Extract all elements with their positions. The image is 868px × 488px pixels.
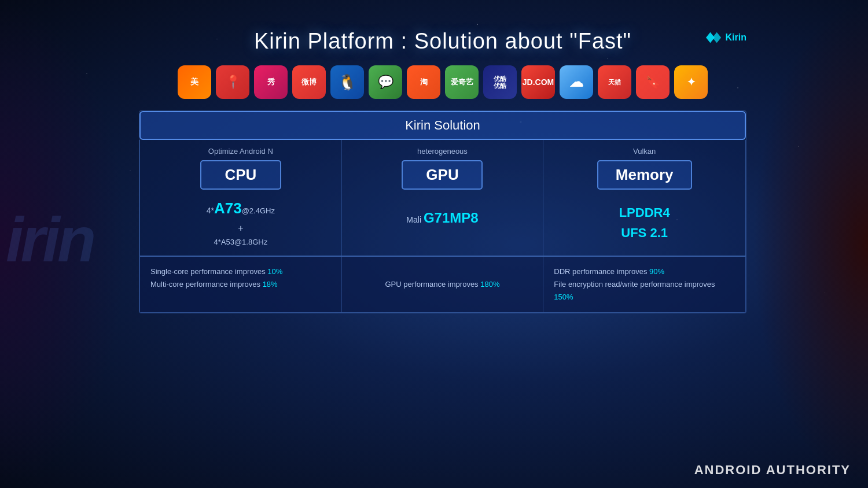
cpu-subtitle: Optimize Android N <box>208 147 273 156</box>
memory-specs: LPDDR4 UFS 2.1 <box>619 202 670 243</box>
gpu-subtitle: heterogeneous <box>417 147 468 156</box>
cpu-perf: Single-core performance improves 10% Mul… <box>140 257 342 312</box>
app-iqiyi: 爱奇艺 <box>445 65 479 99</box>
app-wechat: 💬 <box>369 65 402 99</box>
app-maps: 📍 <box>216 65 249 99</box>
kirin-solution-box: Kirin Solution <box>139 111 746 140</box>
app-weiyun: ☁ <box>560 65 593 99</box>
main-content: Kirin Solution Optimize Android N CPU 4*… <box>139 110 746 313</box>
memory-label: Memory <box>616 166 674 183</box>
kirin-solution-title: Kirin Solution <box>405 118 480 132</box>
slide-container: Kirin Kirin Platform : Solution about "F… <box>139 29 746 468</box>
cpu-perf-text1: Single-core performance improves <box>150 267 267 276</box>
app-meituan: 美 <box>178 65 211 99</box>
cpu-specs: 4*A73@2.4GHz + 4*A53@1.8GHz <box>207 197 275 249</box>
cpu-perf-text2: Multi-core performance improves <box>150 280 263 289</box>
kirin-logo-text: Kirin <box>726 32 746 43</box>
memory-column: Vulkan Memory LPDDR4 UFS 2.1 <box>543 140 745 256</box>
memory-perf-pct1: 90% <box>649 267 664 276</box>
kirin-watermark: irin <box>6 202 93 276</box>
kirin-logo-icon <box>706 32 722 43</box>
cpu-perf-pct1: 10% <box>267 267 282 276</box>
memory-perf-text2: File encryption read/write performance i… <box>554 280 715 289</box>
memory-perf-pct2: 150% <box>554 293 573 301</box>
kirin-logo: Kirin <box>706 32 746 43</box>
app-taobao: 淘 <box>407 65 440 99</box>
memory-subtitle: Vulkan <box>633 147 656 156</box>
performance-section: Single-core performance improves 10% Mul… <box>139 256 746 313</box>
cpu-column: Optimize Android N CPU 4*A73@2.4GHz + 4*… <box>140 140 342 256</box>
memory-perf-text1: DDR performance improves <box>554 267 649 276</box>
app-tmall: 天猫 <box>598 65 631 99</box>
apps-row: 美 📍 秀 微博 🐧 💬 淘 爱奇艺 优酷优酷 <box>139 65 746 99</box>
app-jd: JD.COM <box>521 65 555 99</box>
svg-marker-1 <box>712 32 721 43</box>
gpu-specs: Mali G71MP8 <box>406 207 478 229</box>
gpu-perf: GPU performance improves 180% <box>342 257 544 312</box>
gpu-box: GPU <box>402 160 483 190</box>
cpu-label: CPU <box>225 166 256 183</box>
cpu-box: CPU <box>200 160 281 190</box>
gpu-perf-pct1: 180% <box>480 280 499 289</box>
gpu-perf-text1: GPU performance improves <box>385 280 481 289</box>
app-extra: ✦ <box>674 65 708 99</box>
memory-box: Memory <box>597 160 692 190</box>
slide-header: Kirin Kirin Platform : Solution about "F… <box>139 29 746 54</box>
slide-title: Kirin Platform : Solution about "Fast" <box>139 29 746 54</box>
gpu-column: heterogeneous GPU Mali G71MP8 <box>342 140 544 256</box>
memory-spec2: UFS 2.1 <box>619 223 670 243</box>
app-qq: 🐧 <box>330 65 364 99</box>
memory-spec1: LPDDR4 <box>619 202 670 223</box>
content-grid: Optimize Android N CPU 4*A73@2.4GHz + 4*… <box>139 140 746 256</box>
app-meitu: 秀 <box>254 65 288 99</box>
app-pocket: 🔖 <box>636 65 670 99</box>
dark-right-vignette <box>752 0 868 488</box>
app-youku: 优酷优酷 <box>483 65 517 99</box>
memory-perf: DDR performance improves 90% File encryp… <box>543 257 745 312</box>
app-weibo: 微博 <box>292 65 326 99</box>
cpu-perf-pct2: 18% <box>263 280 278 289</box>
gpu-label: GPU <box>426 166 458 183</box>
